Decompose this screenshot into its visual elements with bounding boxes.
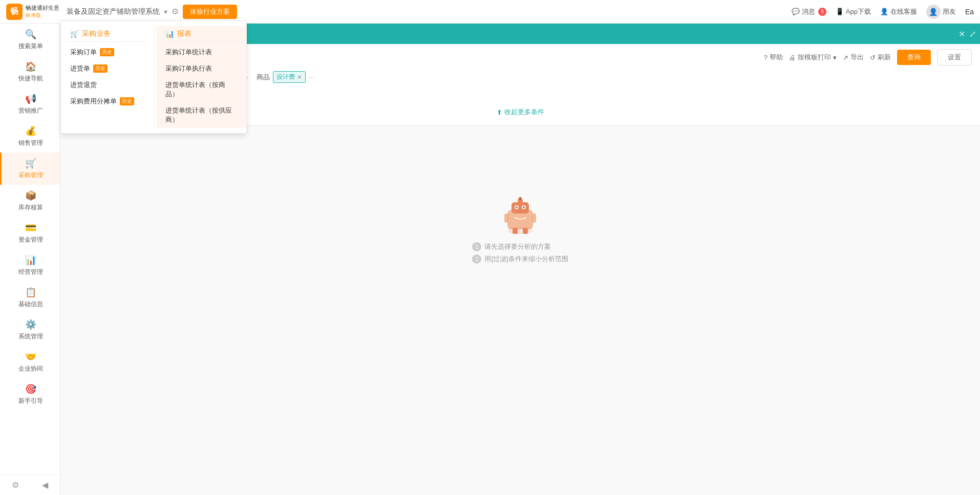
report-4-label: 进货单统计表（按供应商） [165,106,238,124]
online-service-button[interactable]: 👤 在线客服 [880,7,917,16]
marketing-icon: 📢 [25,93,36,104]
dropdown-item-goods-receipt[interactable]: 进货单 历史 [66,60,146,77]
purchase-col-title: 🛒 采购业务 [66,26,146,42]
export-label: 导出 [850,53,864,62]
basic-info-icon: 📋 [25,287,36,298]
sidebar-label-inventory: 库存核算 [18,203,43,212]
title-dropdown-arrow[interactable]: ▾ [164,8,167,16]
collapse-sidebar-icon[interactable]: ◀ [42,480,48,490]
sidebar-item-finance[interactable]: 💳 资金管理 [0,217,60,249]
sidebar-label-search: 搜索菜单 [18,42,43,51]
purchase-col-title-text: 采购业务 [82,29,111,38]
refresh-button[interactable]: ↺ 刷新 [870,53,891,62]
dropdown-divider [154,26,154,128]
help-button[interactable]: ? 帮助 [764,53,783,62]
service-icon: 👤 [880,8,888,15]
operations-icon: 📊 [25,254,36,266]
dropdown-item-report-4[interactable]: 进货单统计表（按供应商） [161,102,242,128]
export-button[interactable]: ↗ 导出 [843,53,864,62]
sidebar-label-nav: 快捷导航 [18,74,43,83]
svg-rect-10 [532,213,536,223]
goods-dots[interactable]: ··· [309,73,314,81]
goods-return-label: 进货退货 [70,80,97,90]
sidebar-item-search[interactable]: 🔍 搜索菜单 [0,24,60,56]
sidebar-item-sales[interactable]: 💰 销售管理 [0,120,60,153]
inventory-icon: 📦 [25,190,36,201]
goods-tag: 设计费 ✕ [273,71,306,83]
dropdown-item-report-3[interactable]: 进货单统计表（按商品） [161,77,242,102]
dropdown-columns: 🛒 采购业务 采购订单 历史 进货单 历史 进货退货 采购费用分摊单 历史 [61,26,246,128]
sidebar-item-purchase[interactable]: 🛒 采购管理 [0,153,60,185]
dropdown-item-purchase-expense[interactable]: 采购费用分摊单 历史 [66,93,146,110]
dropdown-item-report-2[interactable]: 采购订单执行表 [161,60,242,77]
query-button[interactable]: 查询 [897,50,931,65]
system-title: 装备及固定资产辅助管理系统 ▾ ⚙ 体验行业方案 [67,5,792,19]
system-icon: ⚙️ [25,319,36,330]
sidebar-item-inventory[interactable]: 📦 库存核算 [0,185,60,217]
dropdown-purchase-col: 🛒 采购业务 采购订单 历史 进货单 历史 进货退货 采购费用分摊单 历史 [61,26,152,128]
sales-icon: 💰 [25,125,36,137]
purchase-icon: 🛒 [25,158,36,169]
svg-rect-2 [512,202,529,213]
tab-close-page-icon[interactable]: ✕ [958,29,965,39]
sidebar-item-marketing[interactable]: 📢 营销推广 [0,88,60,120]
settings-button[interactable]: 设置 [937,49,972,66]
app-download-button[interactable]: 📱 App下载 [836,7,871,16]
messages-button[interactable]: 💬 消息 9 [792,7,826,16]
system-title-text: 装备及固定资产辅助管理系统 [67,7,160,16]
settings-bottom-icon[interactable]: ⚙ [12,480,19,490]
sidebar-label-sales: 销售管理 [18,139,43,147]
title-gear-icon[interactable]: ⚙ [172,7,179,16]
sidebar-label-finance: 资金管理 [18,235,43,244]
report-2-label: 采购订单执行表 [165,64,212,73]
dropdown-menu: 🛒 采购业务 采购订单 历史 进货单 历史 进货退货 采购费用分摊单 历史 [60,20,247,134]
logo-icon: 畅 [6,4,23,20]
export-icon: ↗ [843,54,848,61]
user-button[interactable]: 👤 用友 [926,5,956,19]
goods-tag-text: 设计费 [276,73,295,81]
purchase-order-label: 采购订单 [70,48,97,57]
user-label: 用友 [943,7,956,16]
sidebar-bottom: ⚙ ◀ [0,475,60,495]
tip-num-2: 2 [472,254,481,264]
logo-text: 畅捷通好生意 标准版 [26,4,59,18]
logo-title: 畅捷通好生意 [26,4,59,11]
sidebar-item-basic-info[interactable]: 📋 基础信息 [0,282,60,314]
user-avatar: 👤 [926,5,941,19]
tab-maximize-icon[interactable]: ⤢ [969,29,976,39]
sidebar-item-guide[interactable]: 🎯 新手引导 [0,378,60,411]
help-label: 帮助 [770,53,783,62]
message-icon: 💬 [792,8,800,15]
industry-button[interactable]: 体验行业方案 [183,5,237,19]
print-icon: 🖨 [789,54,796,61]
print-button[interactable]: 🖨 按模板打印 ▾ [789,53,837,62]
dropdown-item-goods-return[interactable]: 进货退货 [66,77,146,93]
report-col-icon: 📊 [165,30,174,38]
logo-area: 畅 畅捷通好生意 标准版 [6,4,67,20]
dropdown-item-report-1[interactable]: 采购订单统计表 [161,44,242,60]
sidebar-item-operations[interactable]: 📊 经营管理 [0,249,60,282]
purchase-col-icon: 🛒 [70,30,79,38]
refresh-label: 刷新 [878,53,891,62]
svg-point-6 [523,206,525,208]
sidebar-item-cooperation[interactable]: 🤝 企业协同 [0,346,60,378]
svg-point-5 [516,206,518,208]
empty-illustration [497,192,543,238]
home-icon: 🏠 [25,61,36,72]
dropdown-item-purchase-order[interactable]: 采购订单 历史 [66,44,146,60]
ea-label: Ea [965,8,974,16]
report-col-title: 📊 报表 [161,26,242,42]
goods-tag-remove[interactable]: ✕ [297,74,302,81]
sidebar: 🔍 搜索菜单 🏠 快捷导航 📢 营销推广 💰 销售管理 🛒 采购管理 📦 库存核… [0,24,60,495]
logo-badge: 标准版 [26,12,59,19]
sidebar-item-system[interactable]: ⚙️ 系统管理 [0,314,60,346]
collapse-label: 收起更多条件 [504,107,544,117]
svg-rect-9 [504,213,508,223]
sidebar-item-navigation[interactable]: 🏠 快捷导航 [0,56,60,88]
empty-tip-1: 1 请先选择要分析的方案 [472,242,568,251]
print-arrow: ▾ [833,54,837,61]
search-icon: 🔍 [25,29,36,40]
dropdown-report-col: 📊 报表 采购订单统计表 采购订单执行表 进货单统计表（按商品） 进货单统计表（… [156,26,247,128]
tip-text-2: 用[过滤]条件来缩小分析范围 [484,254,568,264]
goods-filter: 商品 设计费 ✕ ··· [257,71,314,83]
